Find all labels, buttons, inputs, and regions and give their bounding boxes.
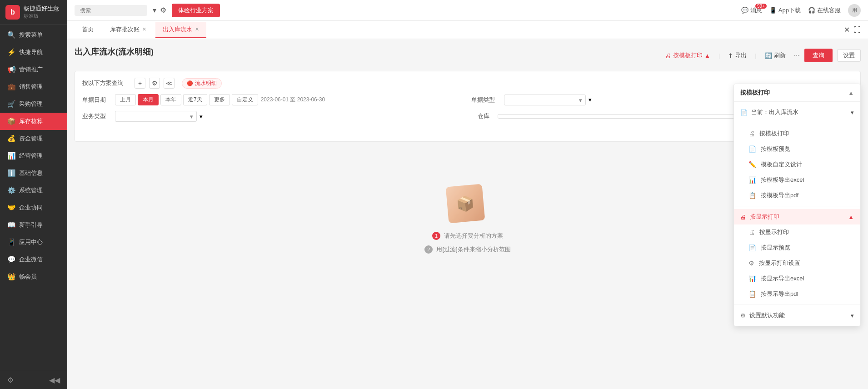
empty-step-2-text: 用[过滤]条件来缩小分析范围 <box>436 245 510 254</box>
gear-icon[interactable]: ⚙ <box>160 6 166 15</box>
pdf-icon: 📋 <box>748 192 756 199</box>
footer-settings-icon[interactable]: ⚙ <box>7 376 14 384</box>
sidebar-item-enterprise[interactable]: 🤝 企业协同 <box>0 199 67 216</box>
type-expand-icon[interactable]: ▾ <box>589 96 592 103</box>
member-icon: 👑 <box>7 273 15 281</box>
tab-home[interactable]: 首页 <box>75 22 101 38</box>
topbar-right: 💬 消息 99+ 📱 App下载 🎧 在线客服 用 <box>741 4 861 17</box>
wechat-icon: 💬 <box>7 255 15 264</box>
sidebar-item-finance[interactable]: 💰 资金管理 <box>0 130 67 147</box>
prev-month-btn[interactable]: 上月 <box>115 94 136 105</box>
sidebar-nav: 🔍 搜索菜单 ⚡ 快捷导航 📢 营销推广 💼 销售管理 🛒 采购管理 📦 库存核… <box>0 25 67 371</box>
template-design-item[interactable]: ✏️ 模板自定义设计 <box>734 157 860 172</box>
display-export-excel-item[interactable]: 📊 按显示导出excel <box>734 271 860 286</box>
template-export-pdf-item[interactable]: 📋 按模板导出pdf <box>734 188 860 203</box>
service-icon: 🎧 <box>808 7 815 14</box>
sidebar-item-operations[interactable]: 📊 经营管理 <box>0 147 67 165</box>
tag-dot-icon: 🔴 <box>187 80 193 86</box>
current-template-label: 📄 当前：出入库流水 <box>740 108 798 116</box>
purchase-icon: 🛒 <box>7 100 15 108</box>
filter-collapse-btn[interactable]: ≪ <box>164 78 175 89</box>
this-year-btn[interactable]: 本年 <box>160 94 181 105</box>
sidebar-item-search-menu[interactable]: 🔍 搜索菜单 <box>0 26 67 44</box>
sidebar-item-label: 营销推广 <box>19 65 43 74</box>
tab-inventory-flow[interactable]: 出入库流水 ✕ <box>155 22 206 38</box>
sidebar-item-inventory[interactable]: 📦 库存核算 <box>0 113 67 130</box>
template-print-section: 🖨 按模板打印 📄 按模板预览 ✏️ 模板自定义设计 📊 按模板导出excel … <box>734 123 860 206</box>
template-export-excel-item[interactable]: 📊 按模板导出excel <box>734 172 860 188</box>
tab-batch-account-close[interactable]: ✕ <box>142 26 146 32</box>
recent-7-btn[interactable]: 近7天 <box>183 94 207 105</box>
sidebar-item-purchase[interactable]: 🛒 采购管理 <box>0 95 67 113</box>
display-export-pdf-item[interactable]: 📋 按显示导出pdf <box>734 286 860 302</box>
sidebar-item-beginner[interactable]: 📖 新手引导 <box>0 216 67 234</box>
print-template-btn[interactable]: 🖨 按模板打印 ▲ <box>662 50 714 61</box>
add-filter-btn[interactable]: + <box>135 78 145 89</box>
marketing-icon: 📢 <box>7 65 15 74</box>
topbar-search-input[interactable] <box>75 5 147 16</box>
refresh-btn[interactable]: 🔄 刷新 <box>761 50 789 61</box>
footer-collapse-icon[interactable]: ◀◀ <box>49 376 60 384</box>
default-fn-header[interactable]: ⚙ 设置默认功能 ▾ <box>734 308 860 323</box>
print-icon: 🖨 <box>665 52 671 59</box>
export-btn[interactable]: ⬆ 导出 <box>724 50 750 61</box>
query-btn[interactable]: 查询 <box>804 49 833 62</box>
notifications-btn[interactable]: 💬 消息 99+ <box>741 6 762 15</box>
type-select[interactable] <box>504 95 586 105</box>
chevron-down-icon[interactable]: ▾ <box>153 6 156 15</box>
notifications-badge: 99+ <box>755 4 767 9</box>
template-print-item[interactable]: 🖨 按模板打印 <box>734 126 860 141</box>
user-avatar[interactable]: 用 <box>848 4 861 17</box>
date-field-label: 单据日期 <box>82 96 108 104</box>
empty-illustration: 📦 <box>447 185 488 226</box>
display-preview-item[interactable]: 📄 按显示预览 <box>734 240 860 255</box>
sidebar-item-label: 经营管理 <box>19 152 43 160</box>
settings-btn[interactable]: 设置 <box>837 49 861 62</box>
sidebar-item-wechat[interactable]: 💬 企业微信 <box>0 251 67 268</box>
more-date-btn[interactable]: 更多 <box>209 94 230 105</box>
beginner-icon: 📖 <box>7 221 15 229</box>
filter-action-btns: + ⚙ ≪ <box>135 78 175 89</box>
refresh-label: 刷新 <box>774 51 786 60</box>
tab-batch-account[interactable]: 库存批次账 ✕ <box>103 22 154 38</box>
sidebar-item-app-center[interactable]: 📱 应用中心 <box>0 234 67 251</box>
print-template-label: 按模板打印 <box>673 51 703 60</box>
filter-scheme-label: 按以下方案查询 <box>82 79 124 87</box>
tab-close-all-btn[interactable]: ✕ <box>844 25 850 34</box>
trial-btn[interactable]: 体验行业方案 <box>172 4 220 17</box>
business-select[interactable] <box>115 111 197 122</box>
sidebar-item-quick-nav[interactable]: ⚡ 快捷导航 <box>0 44 67 61</box>
template-preview-item[interactable]: 📄 按模板预览 <box>734 141 860 157</box>
system-icon: ⚙️ <box>7 186 15 194</box>
sidebar-item-member[interactable]: 👑 畅会员 <box>0 268 67 285</box>
sidebar-item-sales[interactable]: 💼 销售管理 <box>0 78 67 95</box>
current-template-header[interactable]: 📄 当前：出入库流水 ▾ <box>734 105 860 120</box>
display-print-label: 按显示打印 <box>759 228 789 236</box>
settings2-icon: ⚙ <box>748 259 754 267</box>
dropdown-header-right: ▲ <box>848 90 854 96</box>
online-service-btn[interactable]: 🎧 在线客服 <box>808 6 841 15</box>
display-print-settings-label: 按显示打印设置 <box>759 259 800 267</box>
refresh-icon: 🔄 <box>765 52 772 59</box>
display-print-settings-item[interactable]: ⚙ 按显示打印设置 <box>734 255 860 271</box>
sidebar-item-marketing[interactable]: 📢 营销推广 <box>0 61 67 78</box>
more-dots[interactable]: ··· <box>794 51 800 60</box>
filter-settings-btn[interactable]: ⚙ <box>149 78 160 89</box>
sidebar-item-label: 基础信息 <box>19 169 43 177</box>
display-print-section-header[interactable]: 🖨 按显示打印 ▲ <box>734 209 860 224</box>
app-download-btn[interactable]: 📱 App下载 <box>769 6 801 15</box>
sidebar-item-system[interactable]: ⚙️ 系统管理 <box>0 182 67 199</box>
custom-date-btn[interactable]: 自定义 <box>232 94 258 105</box>
sales-icon: 💼 <box>7 83 15 91</box>
sidebar-item-basic-info[interactable]: ℹ️ 基础信息 <box>0 165 67 182</box>
empty-step-2: 2 用[过滤]条件来缩小分析范围 <box>424 245 510 254</box>
app-center-icon: 📱 <box>7 238 15 246</box>
chevron-up-icon[interactable]: ▲ <box>848 90 854 96</box>
display-print-item[interactable]: 🖨 按显示打印 <box>734 224 860 240</box>
business-expand-icon[interactable]: ▾ <box>200 113 203 120</box>
tab-expand-btn[interactable]: ⛶ <box>853 26 861 34</box>
this-month-btn[interactable]: 本月 <box>138 94 159 105</box>
bell-icon: 💬 <box>741 7 748 14</box>
tab-inventory-flow-close[interactable]: ✕ <box>195 26 199 32</box>
sidebar-item-label: 采购管理 <box>19 100 43 108</box>
